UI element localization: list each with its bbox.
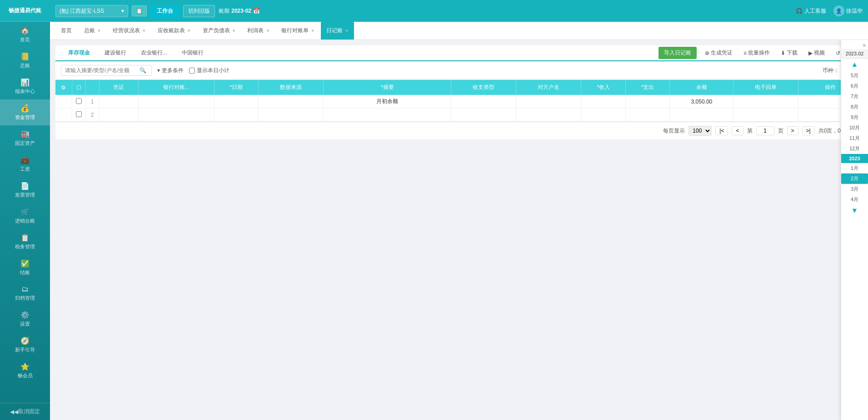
sidebar-item-archive[interactable]: 🗂 归档管理: [0, 281, 50, 306]
tab-bar: 首页 总账 × 经营状况表 × 应收账款表 × 资产负债表 × 利润表 × 银行…: [50, 22, 868, 40]
more-conditions-button[interactable]: ▾ 更多条件: [157, 67, 184, 74]
col-bank-no: 银行对账...: [139, 80, 214, 95]
sidebar-item-home[interactable]: 🏠 首页: [0, 22, 50, 48]
sidebar-item-member[interactable]: ⭐ 畅会员: [0, 358, 50, 384]
archive-icon: 🗂: [21, 285, 29, 293]
sidebar-item-purchase[interactable]: 🛒 进销台账: [0, 203, 50, 229]
col-settings[interactable]: ⚙: [55, 80, 72, 95]
per-page-select[interactable]: 100 50 200: [688, 126, 712, 136]
tab-status-close[interactable]: ×: [143, 28, 145, 33]
row-checkbox-2[interactable]: [72, 109, 85, 122]
col-num: [85, 80, 99, 95]
tab-profit[interactable]: 利润表 ×: [242, 22, 275, 40]
calendar-close-button[interactable]: ×: [863, 42, 866, 49]
main-content: 库存现金 建设银行 农业银行... 中国银行 导入日记账 ⊕ 生成凭证 ≡ 批量…: [50, 40, 868, 420]
col-checkbox[interactable]: ☐: [72, 80, 85, 95]
col-date: *日期: [214, 80, 259, 95]
sidebar-item-ledger[interactable]: 📒 总账: [0, 48, 50, 74]
headset-icon: 🎧: [796, 8, 803, 14]
month-2022-06[interactable]: 6月: [841, 81, 868, 91]
workspace-button[interactable]: 工作台: [150, 5, 180, 17]
row-balance-1: 3,050.00: [670, 95, 733, 109]
support-link[interactable]: 🎧 人工客服: [796, 7, 826, 15]
sidebar-item-settle[interactable]: ✅ 结账: [0, 255, 50, 281]
month-2023-03[interactable]: 3月: [841, 184, 868, 194]
col-voucher: 凭证: [99, 80, 139, 95]
month-2022-05[interactable]: 5月: [841, 70, 868, 81]
month-2022-09[interactable]: 9月: [841, 112, 868, 123]
main-area: (勉) 江西超宝-LSS ▾ 📋 工作台 切到旧版 账期 2023-02 📅 🎧…: [50, 0, 868, 420]
tab-home[interactable]: 首页: [55, 22, 78, 40]
col-balance: 余额: [670, 80, 733, 95]
month-2023-04[interactable]: 4月: [841, 194, 868, 205]
tab-ledger[interactable]: 总账 ×: [79, 22, 106, 40]
page-input[interactable]: [756, 126, 774, 135]
calendar-down-arrow[interactable]: ▼: [849, 205, 860, 217]
first-page-button[interactable]: |<: [715, 126, 728, 135]
tab-journal[interactable]: 日记账 ×: [321, 22, 354, 40]
tab-bank[interactable]: 银行对账单 ×: [276, 22, 320, 40]
video-button[interactable]: ▶ 视频: [806, 47, 828, 59]
user-menu[interactable]: 👤 徐温华: [833, 5, 863, 16]
month-2023-02[interactable]: 2月: [841, 173, 868, 184]
month-2022-10[interactable]: 10月: [841, 123, 868, 133]
sidebar-item-tax[interactable]: 📋 税务管理: [0, 229, 50, 255]
next-page-button[interactable]: >: [787, 126, 798, 135]
sidebar-item-salary[interactable]: 💼 工资: [0, 151, 50, 177]
sub-tab-agriculture[interactable]: 农业银行...: [134, 45, 175, 61]
row-checkbox-1[interactable]: [72, 95, 85, 109]
download-button[interactable]: ⬇ 下载: [778, 47, 800, 59]
sidebar-item-report[interactable]: 📊 报表中心: [0, 74, 50, 99]
batch-operation-button[interactable]: ≡ 批量操作: [741, 47, 773, 59]
month-2022-07[interactable]: 7月: [841, 91, 868, 102]
sub-tab-bar: 库存现金 建设银行 农业银行... 中国银行 导入日记账 ⊕ 生成凭证 ≡ 批量…: [55, 45, 863, 61]
tab-ledger-close[interactable]: ×: [98, 28, 100, 33]
old-version-button[interactable]: 切到旧版: [183, 5, 215, 17]
tab-assets-close[interactable]: ×: [233, 28, 235, 33]
row-summary-1: 月初余额: [324, 95, 451, 109]
sub-tab-china[interactable]: 中国银行: [175, 45, 211, 61]
sub-tab-construction[interactable]: 建设银行: [97, 45, 134, 61]
calendar-up-arrow[interactable]: ▲: [849, 59, 860, 70]
row2-checkbox[interactable]: [76, 111, 82, 117]
company-selector[interactable]: (勉) 江西超宝-LSS ▾: [55, 5, 128, 17]
sidebar-item-fixed[interactable]: 🏭 固定资产: [0, 125, 50, 151]
calendar-icon[interactable]: 📅: [253, 8, 260, 14]
batch-icon: ≡: [743, 50, 747, 56]
tab-profit-close[interactable]: ×: [266, 28, 269, 33]
month-2022-08[interactable]: 8月: [841, 102, 868, 112]
daily-subtotal-checkbox[interactable]: 显示本日小计: [189, 67, 229, 74]
month-2022-12[interactable]: 12月: [841, 143, 868, 154]
tab-receivable[interactable]: 应收账款表 ×: [152, 22, 196, 40]
month-2022-11[interactable]: 11月: [841, 133, 868, 143]
tab-bank-close[interactable]: ×: [311, 28, 314, 33]
sidebar-item-capital[interactable]: 💰 资金管理: [0, 99, 50, 125]
sub-tab-cash[interactable]: 库存现金: [61, 45, 97, 61]
row-counterparty-2: [516, 109, 581, 122]
tab-status[interactable]: 经营状况表 ×: [107, 22, 151, 40]
last-page-button[interactable]: >|: [802, 126, 815, 135]
tab-assets[interactable]: 资产负债表 ×: [197, 22, 241, 40]
tab-receivable-close[interactable]: ×: [188, 28, 190, 33]
pin-toggle[interactable]: ◀◀ 取消固定: [0, 403, 50, 420]
video-icon: ▶: [808, 50, 813, 56]
row-summary-2: [324, 109, 451, 122]
generate-voucher-button[interactable]: ⊕ 生成凭证: [702, 47, 735, 59]
salary-icon: 💼: [20, 156, 30, 164]
import-journal-button[interactable]: 导入日记账: [658, 47, 697, 59]
sidebar-item-guide[interactable]: 🧭 新手引导: [0, 332, 50, 358]
tab-journal-close[interactable]: ×: [345, 28, 348, 33]
search-icon[interactable]: 🔍: [140, 67, 146, 74]
daily-subtotal-input[interactable]: [189, 68, 195, 74]
sidebar-item-invoice[interactable]: 📄 发票管理: [0, 177, 50, 203]
refresh-icon: ↺: [836, 50, 840, 56]
sidebar-item-settings[interactable]: ⚙️ 设置: [0, 306, 50, 332]
member-icon: ⭐: [20, 362, 30, 371]
row1-checkbox[interactable]: [76, 98, 82, 104]
row-income-type-2: [451, 109, 516, 122]
copy-button[interactable]: 📋: [132, 5, 147, 16]
row-expense-2: [625, 109, 670, 122]
search-input[interactable]: [65, 67, 138, 74]
prev-page-button[interactable]: <: [732, 126, 743, 135]
month-2023-01[interactable]: 1月: [841, 163, 868, 173]
